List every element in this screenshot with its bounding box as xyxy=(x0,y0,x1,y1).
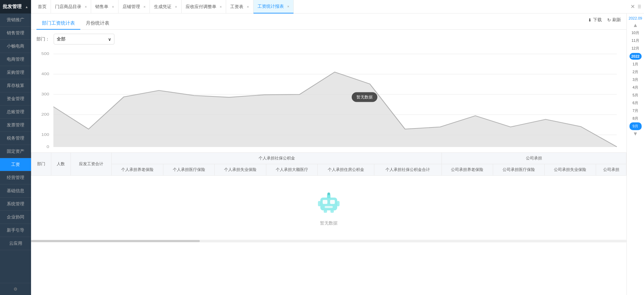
department-select-value: 全部 xyxy=(57,36,65,42)
timeline-month-11月[interactable]: 11月 xyxy=(629,37,642,45)
timeline-nav-up[interactable]: ▲ xyxy=(633,22,638,29)
timeline-month-2月[interactable]: 2月 xyxy=(629,68,642,76)
table-header-personal-unemployment: 个人承担失业保险 xyxy=(215,164,266,176)
top-tab-工资表[interactable]: 工资表× xyxy=(226,0,253,13)
timeline-nav-down[interactable]: ▼ xyxy=(633,130,638,138)
top-tab-门店商品目录[interactable]: 门店商品目录× xyxy=(51,0,91,13)
tab-close-icon[interactable]: × xyxy=(143,5,145,9)
timeline-months: 10月11月12月20221月2月3月4月5月6月7月8月9月 xyxy=(629,29,642,130)
table-header-personal-housing: 个人承担住房公积金 xyxy=(318,164,374,176)
table-header-company-unemployment: 公司承担失业保险 xyxy=(544,164,596,176)
sidebar-item-营销推广[interactable]: 营销推广 xyxy=(0,13,31,27)
sidebar-item-经营管理[interactable]: 经营管理 xyxy=(0,171,31,184)
settings-icon: ⚙ xyxy=(14,287,18,292)
svg-text:0: 0 xyxy=(47,144,49,149)
sidebar-item-资金管理[interactable]: 资金管理 xyxy=(0,92,31,106)
timeline-month-8月[interactable]: 8月 xyxy=(629,115,642,122)
sidebar-item-发票管理[interactable]: 发票管理 xyxy=(0,119,31,132)
sidebar-item-系统管理[interactable]: 系统管理 xyxy=(0,198,31,211)
sidebar-item-采购管理[interactable]: 采购管理 xyxy=(0,66,31,79)
chart-polygon xyxy=(53,72,617,147)
timeline-month-1月[interactable]: 1月 xyxy=(629,60,642,68)
svg-rect-19 xyxy=(337,201,340,206)
close-icon[interactable]: ✕ xyxy=(630,3,635,10)
sidebar-item-库存核算[interactable]: 库存核算 xyxy=(0,79,31,92)
empty-state-icon xyxy=(315,189,342,216)
sidebar-header[interactable]: 批发管理 ▲ xyxy=(0,0,31,13)
tab-close-icon[interactable]: × xyxy=(220,5,222,9)
svg-rect-20 xyxy=(324,210,327,213)
data-table-container: 部门 人数 应发工资合计 个人承担社保公积金 公司承担 个人承担养老保险 个人承… xyxy=(31,152,626,176)
timeline-month-12月[interactable]: 12月 xyxy=(629,45,642,52)
top-tab-销售单[interactable]: 销售单× xyxy=(91,0,118,13)
sidebar-item-总账管理[interactable]: 总账管理 xyxy=(0,106,31,119)
sidebar-item-工资[interactable]: 工资 xyxy=(0,158,31,171)
tab-close-icon[interactable]: × xyxy=(85,5,87,9)
chart-svg: 500 400 300 200 100 0 xyxy=(36,49,621,150)
tabs-close-controls[interactable]: ✕ ☰ xyxy=(630,3,641,10)
timeline-month-10月[interactable]: 10月 xyxy=(629,29,642,37)
timeline-month-2022[interactable]: 2022 xyxy=(629,53,642,60)
timeline-month-7月[interactable]: 7月 xyxy=(629,107,642,115)
timeline-month-6月[interactable]: 6月 xyxy=(629,99,642,107)
department-select[interactable]: 全部 ∨ xyxy=(54,34,114,45)
download-label: 下载 xyxy=(593,17,602,23)
sidebar-item-电商管理[interactable]: 电商管理 xyxy=(0,53,31,66)
svg-rect-15 xyxy=(325,206,333,208)
refresh-button[interactable]: ↻ 刷新 xyxy=(607,17,621,23)
tab-close-icon[interactable]: × xyxy=(175,5,177,9)
sidebar: 批发管理 ▲ 营销推广销售管理小畅电商电商管理采购管理库存核算资金管理总账管理发… xyxy=(0,0,31,295)
sidebar-item-税务管理[interactable]: 税务管理 xyxy=(0,132,31,145)
svg-rect-18 xyxy=(318,201,321,206)
top-tab-店铺管理[interactable]: 店铺管理× xyxy=(118,0,150,13)
chart-area: 500 400 300 200 100 0 xyxy=(31,49,626,150)
table-header-personal-major-medical: 个人承担大额医疗 xyxy=(266,164,317,176)
top-tab-label: 销售单 xyxy=(95,4,108,10)
top-tab-label: 生成凭证 xyxy=(154,4,171,10)
top-tab-首页[interactable]: 首页 xyxy=(34,0,51,13)
table-header-company-pension: 公司承担养老保险 xyxy=(441,164,493,176)
top-tab-生成凭证[interactable]: 生成凭证× xyxy=(150,0,181,13)
sidebar-item-销售管理[interactable]: 销售管理 xyxy=(0,27,31,40)
tab-close-icon[interactable]: × xyxy=(112,5,114,9)
timeline-month-4月[interactable]: 4月 xyxy=(629,84,642,91)
sub-tab-部门工资统计表[interactable]: 部门工资统计表 xyxy=(36,18,80,30)
top-tab-label: 工资表 xyxy=(230,4,243,10)
table-header-company-other: 公司承担 xyxy=(596,164,626,176)
svg-rect-21 xyxy=(330,210,334,213)
tab-close-icon[interactable]: × xyxy=(247,5,249,9)
download-icon: ⬇ xyxy=(588,18,592,23)
timeline-month-5月[interactable]: 5月 xyxy=(629,91,642,99)
sidebar-item-小畅电商[interactable]: 小畅电商 xyxy=(0,40,31,53)
sidebar-title: 批发管理 xyxy=(3,4,22,10)
timeline-month-3月[interactable]: 3月 xyxy=(629,76,642,84)
sub-tabs: 部门工资统计表月份统计表 xyxy=(31,13,626,30)
sidebar-settings[interactable]: ⚙ xyxy=(0,283,31,295)
sub-tab-月份统计表[interactable]: 月份统计表 xyxy=(80,18,115,30)
top-tab-应收应付调整单[interactable]: 应收应付调整单× xyxy=(182,0,226,13)
top-tabs-bar: 首页门店商品目录×销售单×店铺管理×生成凭证×应收应付调整单×工资表×工资统计报… xyxy=(31,0,644,13)
main-content: 首页门店商品目录×销售单×店铺管理×生成凭证×应收应付调整单×工资表×工资统计报… xyxy=(31,0,644,295)
sidebar-item-企业协同[interactable]: 企业协同 xyxy=(0,211,31,224)
top-tabs-container: 首页门店商品目录×销售单×店铺管理×生成凭证×应收应付调整单×工资表×工资统计报… xyxy=(34,0,630,13)
expand-icon[interactable]: ☰ xyxy=(638,4,641,9)
top-tab-label: 首页 xyxy=(38,4,47,10)
timeline-month-9月[interactable]: 9月 xyxy=(629,122,642,130)
horizontal-scrollbar[interactable] xyxy=(31,240,626,242)
sidebar-item-固定资产[interactable]: 固定资产 xyxy=(0,145,31,158)
table-header-salary: 应发工资合计 xyxy=(71,153,112,176)
download-button[interactable]: ⬇ 下载 xyxy=(588,17,602,23)
filter-label: 部门： xyxy=(36,36,50,42)
svg-point-17 xyxy=(327,193,330,195)
table-header-personal-medical: 个人承担医疗保险 xyxy=(163,164,214,176)
top-tab-工资统计报表[interactable]: 工资统计报表× xyxy=(253,0,294,13)
table-header-company-group: 公司承担 xyxy=(441,153,626,164)
svg-text:100: 100 xyxy=(42,132,49,137)
content-area: 部门工资统计表月份统计表 ⬇ 下载 ↻ 刷新 部门： 全部 ∨ xyxy=(31,13,626,295)
sidebar-item-新手引导[interactable]: 新手引导 xyxy=(0,224,31,237)
sidebar-item-云应用[interactable]: 云应用 xyxy=(0,237,31,250)
scrollbar-thumb[interactable] xyxy=(31,240,200,242)
top-tab-label: 店铺管理 xyxy=(123,4,140,10)
sidebar-item-基础信息[interactable]: 基础信息 xyxy=(0,184,31,198)
tab-close-icon[interactable]: × xyxy=(287,4,289,8)
